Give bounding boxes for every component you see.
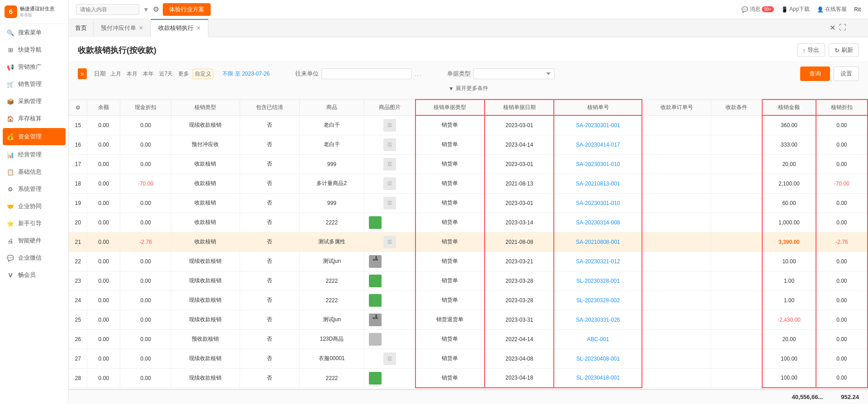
td-cash-discount: 0.00 [120,368,171,388]
td-writeoff-type: 现续收款核销 [171,115,240,135]
maximize-icon[interactable]: ⛶ [839,24,846,32]
sidebar-item-vip[interactable]: V 畅会员 [0,266,68,284]
receipt-doc-link[interactable]: ABC-001 [587,336,609,342]
tab-writeoff-close[interactable]: ✕ [196,25,201,31]
td-row-num: 22 [69,252,87,271]
tab-writeoff[interactable]: 收款核销执行 ✕ [151,19,208,37]
product-image-placeholder: 🖼 [383,197,396,209]
td-payment-terms [711,290,762,310]
td-product: 2222 [299,271,364,290]
export-button[interactable]: ↑ 导出 [797,43,826,57]
partner-input[interactable] [321,68,412,79]
topbar-right: 💬 消息 99+ 📱 App下载 👤 在线客服 Rit [741,5,861,13]
page-title: 收款核销执行(按收款) [78,45,156,56]
query-button[interactable]: 查询 [800,67,830,81]
td-receipt-doc-date: 2023-04-08 [485,349,554,368]
td-writeoff-discount: 0.00 [816,252,868,271]
receipt-doc-link[interactable]: SA-20230301-001 [576,122,620,128]
th-product: 商品 [299,100,364,115]
filter-collapse-btn[interactable]: » [78,68,87,79]
sidebar-item-search[interactable]: 🔍 搜索菜单 [0,24,68,41]
doctype-select[interactable] [473,68,555,79]
partner-dots: ... [415,71,422,77]
user-name[interactable]: Rit [854,6,861,13]
search-input[interactable] [76,4,139,15]
receipt-doc-link[interactable]: SA-20210808-001 [576,239,620,245]
app-download[interactable]: 📱 App下载 [781,5,810,13]
sidebar-item-sales[interactable]: 🛒 销售管理 [0,76,68,93]
date-more-btn[interactable]: 更多 [176,69,191,79]
td-product-img [364,329,415,349]
receipt-doc-link[interactable]: SA-20230301-010 [576,161,620,167]
td-writeoff-amount: 2,100.00 [762,174,816,193]
receipt-doc-link[interactable]: SA-20210813-001 [576,181,620,187]
td-product: 老白干 [299,115,364,135]
message-area[interactable]: 💬 消息 99+ [741,5,774,13]
sidebar-item-wechat[interactable]: 💬 企业微信 [0,249,68,266]
sidebar-item-purchase[interactable]: 📦 采购管理 [0,93,68,110]
message-label: 消息 [750,5,760,13]
sidebar-item-finance[interactable]: 💰 资金管理 [3,128,66,145]
receipt-doc-link[interactable]: SA-20230314-008 [576,219,620,226]
date-prev-month-btn[interactable]: 上月 [108,69,123,79]
receipt-doc-link[interactable]: SL-20230328-002 [576,297,620,304]
sidebar-item-system[interactable]: ⚙ 系统管理 [0,181,68,198]
sidebar-item-label: 营销推广 [18,63,42,71]
sidebar-item-collab[interactable]: 🤝 企业协同 [0,198,68,215]
th-settings[interactable]: ⚙ [69,100,87,115]
receipt-doc-link[interactable]: SA-20230414-017 [576,142,620,148]
th-product-img: 商品图片 [364,100,415,115]
date-7days-btn[interactable]: 近7天 [157,69,175,79]
td-product: 2222 [299,290,364,310]
td-receipt-doc-type: 销货单 [415,368,485,388]
date-year-btn[interactable]: 本年 [141,69,156,79]
page-header: 收款核销执行(按收款) ↑ 导出 ↻ 刷新 [69,37,868,62]
date-range-display: 不限 至 2023-07-26 [222,70,269,78]
dropdown-icon[interactable]: ▼ [143,6,149,13]
td-cash-discount: 0.00 [120,349,171,368]
tab-prepay-close[interactable]: ✕ [139,25,143,31]
receipt-doc-link[interactable]: SL-20230418-001 [576,375,620,381]
tab-prepay[interactable]: 预付冲应付单 ✕ [94,19,151,37]
product-image-placeholder: 🖼 [383,236,396,248]
purchase-icon: 📦 [6,97,14,105]
receipt-doc-link[interactable]: SA-20230301-010 [576,200,620,206]
sidebar-item-marketing[interactable]: 📢 营销推广 [0,58,68,76]
sidebar-item-label: 采购管理 [18,97,42,105]
solution-button[interactable]: 体验行业方案 [163,3,211,16]
online-service[interactable]: 👤 在线客服 [817,5,847,13]
filter-expand-row: ▼ 展开更多条件 [78,83,859,94]
td-receipt-doc-no: SA-20230414-017 [554,135,642,154]
sidebar-item-inventory[interactable]: 🏠 库存核算 [0,110,68,127]
filter-action-btns: 查询 设置 [800,67,859,81]
td-product: 测试jun [299,252,364,271]
sidebar-item-guide[interactable]: ⭐ 新手引导 [0,215,68,232]
close-window-icon[interactable]: ✕ [830,24,835,32]
setting-button[interactable]: 设置 [834,67,859,81]
gear-icon[interactable]: ⚙ [153,5,159,14]
receipt-doc-link[interactable]: SA-20230321-012 [576,258,620,265]
td-balance: 0.00 [87,290,120,310]
date-custom-btn[interactable]: 自定义 [193,69,213,79]
expand-conditions-btn[interactable]: ▼ 展开更多条件 [445,83,492,94]
sidebar-item-label: 基础信息 [18,168,42,176]
sidebar-item-hardware[interactable]: 🖨 智能硬件 [0,232,68,249]
td-receipt-doc-date: 2023-03-28 [485,290,554,310]
td-writeoff-type: 收款核销 [171,213,240,232]
td-include-settled: 否 [240,271,299,290]
sales-icon: 🛒 [6,80,14,88]
sidebar-item-label: 快捷导航 [18,46,42,54]
sidebar-item-quicknav[interactable]: ⊞ 快捷导航 [0,41,68,58]
receipt-doc-link[interactable]: SL-20230408-001 [576,356,620,362]
tab-home[interactable]: 首页 [69,19,94,37]
td-writeoff-type: 收款核销 [171,174,240,193]
date-cur-month-btn[interactable]: 本月 [125,69,139,79]
receipt-doc-link[interactable]: SA-20230331-026 [576,317,620,323]
receipt-doc-link[interactable]: SL-20230328-001 [576,278,620,284]
refresh-button[interactable]: ↻ 刷新 [829,43,859,57]
wechat-icon: 💬 [6,254,14,262]
main-content: ▼ ⚙ 体验行业方案 💬 消息 99+ 📱 App下载 👤 在线客服 Rit 首… [69,0,868,404]
sidebar-item-operation[interactable]: 📊 经营管理 [0,146,68,163]
filter-partner-item: 往来单位 ... [295,68,422,79]
sidebar-item-basic[interactable]: 📋 基础信息 [0,163,68,181]
